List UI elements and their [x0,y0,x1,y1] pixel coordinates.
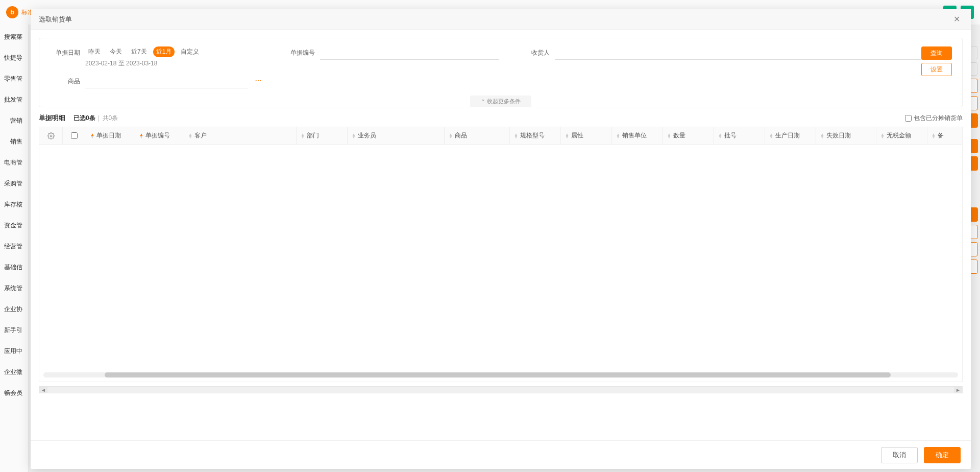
filter-panel: 单据日期 昨天 今天 近7天 近1月 自定义 2023-02-18 至 2023… [39,38,963,107]
chevron-up-icon: ⌃ [481,99,485,104]
date-range-text[interactable]: 2023-02-18 至 2023-03-18 [85,59,264,68]
sort-icon: ▲▼ [820,133,824,138]
sort-icon: ▲▼ [667,133,671,138]
preset-yesterday[interactable]: 昨天 [85,46,104,57]
th-no-label: 单据编号 [145,131,170,140]
filter-buttons: 查询 设置 [921,46,952,76]
selected-number: 0条 [86,114,95,122]
include-checkbox-group[interactable]: 包含已分摊销货单 [905,114,963,123]
preset-custom[interactable]: 自定义 [178,46,202,57]
modal-header: 选取销货单 ✕ [31,9,971,30]
sort-icon: ▲▼ [90,133,94,138]
th-pdate-label: 生产日期 [775,131,800,140]
th-qty[interactable]: ▲▼数量 [663,127,714,144]
th-batch[interactable]: ▲▼批号 [714,127,765,144]
filter-receiver-label: 收货人 [519,46,550,57]
th-date[interactable]: ▲▼单据日期 [86,127,135,144]
th-dept[interactable]: ▲▼部门 [297,127,348,144]
th-no[interactable]: ▲▼单据编号 [135,127,184,144]
th-remark-label: 备 [938,131,944,140]
sort-icon: ▲▼ [769,133,773,138]
table-header: ▲▼单据日期 ▲▼单据编号 ▲▼客户 ▲▼部门 ▲▼业务员 ▲▼商品 ▲▼规格型… [39,127,962,145]
th-spec-label: 规格型号 [520,131,545,140]
detail-bar: 单据明细 已选0条 | 共0条 包含已分摊销货单 [39,113,963,123]
filter-no-group: 单据编号 [284,46,499,68]
product-more-icon[interactable]: ··· [253,75,264,86]
th-product[interactable]: ▲▼商品 [445,127,510,144]
modal-body: 单据日期 昨天 今天 近7天 近1月 自定义 2023-02-18 至 2023… [31,30,971,440]
th-sales[interactable]: ▲▼业务员 [348,127,445,144]
collapse-filters-button[interactable]: ⌃ 收起更多条件 [470,96,531,107]
th-date-label: 单据日期 [96,131,121,140]
sort-icon: ▲▼ [616,133,620,138]
preset-last1month[interactable]: 近1月 [153,46,175,57]
th-batch-label: 批号 [724,131,737,140]
selected-count: 已选0条 | 共0条 [74,114,118,123]
sort-icon: ▲▼ [301,133,305,138]
preset-last7[interactable]: 近7天 [128,46,150,57]
selected-prefix: 已选 [74,114,86,122]
th-remark[interactable]: ▲▼备 [927,127,958,144]
scroll-left-arrow-icon[interactable]: ◄ [39,387,47,393]
th-pdate[interactable]: ▲▼生产日期 [765,127,816,144]
count-sep: | [98,114,100,122]
table-wrap: ▲▼单据日期 ▲▼单据编号 ▲▼客户 ▲▼部门 ▲▼业务员 ▲▼商品 ▲▼规格型… [39,127,963,382]
sort-icon: ▲▼ [188,133,192,138]
filter-product-input[interactable] [85,75,248,88]
sort-icon: ▲▼ [718,133,722,138]
scroll-right-arrow-icon[interactable]: ► [954,387,962,393]
filter-receiver-group: 收货人 ··· [519,46,952,68]
search-button[interactable]: 查询 [921,46,952,60]
sort-icon: ▲▼ [932,133,936,138]
select-all-checkbox[interactable] [71,132,78,139]
filter-date-group: 单据日期 昨天 今天 近7天 近1月 自定义 2023-02-18 至 2023… [50,46,264,68]
th-dept-label: 部门 [307,131,319,140]
th-edate[interactable]: ▲▼失效日期 [816,127,876,144]
filter-no-input[interactable] [320,46,499,60]
th-unit-label: 销售单位 [622,131,647,140]
collapse-text: 收起更多条件 [487,98,521,105]
modal-title: 选取销货单 [39,15,72,24]
modal-overlay: 选取销货单 ✕ 单据日期 昨天 今天 近7天 近1月 [0,0,980,472]
modal-footer: 取消 确定 [31,440,971,469]
th-customer[interactable]: ▲▼客户 [184,127,297,144]
sort-icon: ▲▼ [449,133,453,138]
total-count: 共0条 [103,114,118,122]
th-attr-label: 属性 [571,131,583,140]
th-select-all[interactable] [63,127,86,144]
sort-icon: ▲▼ [352,133,356,138]
th-amt-label: 无税金额 [887,131,911,140]
sort-icon: ▲▼ [880,133,885,138]
th-attr[interactable]: ▲▼属性 [561,127,612,144]
date-presets: 昨天 今天 近7天 近1月 自定义 [85,46,264,57]
scrollbar-thumb[interactable] [105,372,891,377]
column-settings-button[interactable] [39,127,63,144]
table-horizontal-scrollbar[interactable] [43,372,958,377]
confirm-button[interactable]: 确定 [924,447,961,463]
detail-title: 单据明细 [39,113,65,123]
sort-icon: ▲▼ [514,133,518,138]
sort-icon: ▲▼ [565,133,569,138]
outer-horizontal-scrollbar[interactable]: ◄ ► [39,386,963,393]
th-unit[interactable]: ▲▼销售单位 [612,127,663,144]
include-label: 包含已分摊销货单 [914,114,963,123]
sort-icon: ▲▼ [139,133,143,138]
close-icon[interactable]: ✕ [950,13,963,26]
filter-date-label: 单据日期 [50,46,80,57]
th-customer-label: 客户 [194,131,207,140]
th-amt[interactable]: ▲▼无税金额 [876,127,927,144]
filter-receiver-input[interactable] [555,46,936,60]
include-distributed-checkbox[interactable] [905,115,912,122]
svg-point-0 [50,135,52,137]
filter-product-group: 商品 ··· [50,75,264,88]
cancel-button[interactable]: 取消 [881,447,918,463]
th-sales-label: 业务员 [358,131,376,140]
filter-product-label: 商品 [50,75,80,86]
preset-today[interactable]: 今天 [107,46,125,57]
th-spec[interactable]: ▲▼规格型号 [510,127,561,144]
select-sales-order-modal: 选取销货单 ✕ 单据日期 昨天 今天 近7天 近1月 [31,9,971,469]
th-qty-label: 数量 [673,131,685,140]
filter-no-label: 单据编号 [284,46,315,57]
th-product-label: 商品 [455,131,467,140]
settings-button[interactable]: 设置 [921,63,952,76]
